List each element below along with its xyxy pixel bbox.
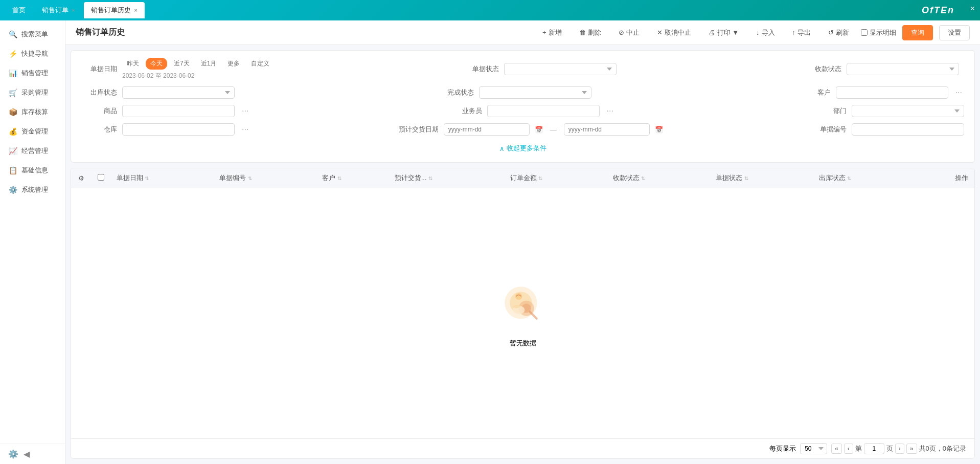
th-payment-status[interactable]: 收款状态 ⇅ [607, 168, 710, 188]
date-1month-btn[interactable]: 近1月 [196, 58, 221, 70]
sidebar-settings-button[interactable]: ⚙️ [8, 449, 18, 459]
delete-icon: 🗑 [579, 29, 586, 36]
goods-more-btn[interactable]: ··· [240, 106, 250, 116]
date-custom-btn[interactable]: 自定义 [246, 58, 274, 70]
sidebar-collapse-button[interactable]: ◀ [24, 449, 30, 459]
collapse-button[interactable]: ∧ 收起更多条件 [499, 142, 546, 155]
filter-row-4: 仓库 ··· 预计交货日期 📅 — 📅 单据编号 [81, 123, 964, 136]
export-icon: ↑ [792, 29, 796, 36]
stop-button[interactable]: ⊘ 中止 [613, 26, 645, 40]
expected-delivery-label: 预计交货日期 [399, 125, 439, 134]
calendar-to-icon[interactable]: 📅 [655, 126, 663, 134]
export-label: 导出 [797, 28, 811, 37]
sort-delivery-status-icon: ⇅ [847, 175, 851, 181]
date-yesterday-btn[interactable]: 昨天 [122, 58, 144, 70]
sidebar-item-system-mgmt[interactable]: ⚙️ 系统管理 [0, 180, 65, 200]
dept-label: 部门 [811, 106, 847, 116]
sidebar-item-inventory-calc[interactable]: 📦 库存核算 [0, 102, 65, 122]
first-page-button[interactable]: « [831, 444, 842, 454]
per-page-select[interactable]: 50 10 20 100 [800, 443, 827, 454]
salesperson-more-btn[interactable]: ··· [605, 106, 616, 116]
page-number-input[interactable] [864, 443, 884, 454]
dept-select[interactable] [852, 105, 964, 117]
table-settings-icon[interactable]: ⚙ [78, 174, 84, 182]
date-more-btn[interactable]: 更多 [223, 58, 244, 70]
tab-sales-order-close[interactable]: × [72, 7, 75, 13]
date-filter-group: 昨天 今天 近7天 近1月 更多 自定义 2023-06-02 至 2023-0… [122, 58, 274, 80]
date-7days-btn[interactable]: 近7天 [169, 58, 194, 70]
customer-input[interactable] [836, 86, 948, 99]
calendar-from-icon[interactable]: 📅 [535, 126, 543, 134]
warehouse-input[interactable] [122, 123, 235, 136]
display-detail-checkbox[interactable] [861, 29, 868, 36]
next-page-button[interactable]: › [895, 444, 904, 454]
sidebar-item-basic-info[interactable]: 📋 基础信息 [0, 161, 65, 180]
th-customer[interactable]: 客户 ⇅ [316, 168, 388, 188]
th-settings[interactable]: ⚙ [71, 168, 92, 188]
sidebar-item-search-menu[interactable]: 🔍 搜索菜单 [0, 25, 65, 44]
sidebar-item-quick-nav[interactable]: ⚡ 快捷导航 [0, 44, 65, 63]
select-all-checkbox[interactable] [98, 174, 104, 181]
cancel-stop-button[interactable]: ✕ 取消中止 [651, 26, 697, 40]
last-page-button[interactable]: » [906, 444, 917, 454]
date-separator: — [548, 126, 559, 134]
collapse-label: 收起更多条件 [507, 144, 546, 153]
sidebar-item-quick-nav-label: 快捷导航 [21, 49, 48, 58]
order-status-select[interactable] [504, 63, 617, 75]
prev-page-button[interactable]: ‹ [844, 444, 853, 454]
content-area: 销售订单历史 + 新增 🗑 删除 ⊘ 中止 ✕ 取消中止 🖨 打印 ▼ [65, 20, 980, 464]
th-delivery-status[interactable]: 出库状态 ⇅ [813, 168, 916, 188]
th-number[interactable]: 单据编号 ⇅ [213, 168, 316, 188]
total-records: 共0页，0条记录 [919, 444, 966, 453]
search-menu-icon: 🔍 [8, 30, 17, 39]
filter-row-2: 出库状态 完成状态 客户 ··· [81, 86, 964, 99]
top-bar: 首页 销售订单 × 销售订单历史 × OfTEn × [0, 0, 980, 20]
warehouse-more-btn[interactable]: ··· [240, 125, 250, 134]
sort-order-status-icon: ⇅ [744, 175, 748, 181]
sidebar-item-sales-mgmt[interactable]: 📊 销售管理 [0, 63, 65, 83]
print-button[interactable]: 🖨 打印 ▼ [703, 26, 744, 40]
add-button[interactable]: + 新增 [537, 26, 567, 40]
import-button[interactable]: ↓ 导入 [750, 26, 781, 40]
delivery-status-label: 出库状态 [81, 88, 117, 97]
tab-sales-order-label: 销售订单 [42, 6, 69, 15]
sales-mgmt-icon: 📊 [8, 69, 17, 78]
delete-button[interactable]: 🗑 删除 [574, 26, 607, 40]
export-button[interactable]: ↑ 导出 [787, 26, 817, 40]
sort-number-icon: ⇅ [248, 175, 252, 181]
th-date[interactable]: 单据日期 ⇅ [110, 168, 213, 188]
completion-status-select[interactable] [479, 86, 591, 99]
sidebar-item-purchase-mgmt[interactable]: 🛒 采购管理 [0, 83, 65, 102]
goods-input[interactable] [122, 105, 235, 117]
tab-home[interactable]: 首页 [5, 2, 33, 18]
sort-customer-icon: ⇅ [337, 175, 341, 181]
date-today-btn[interactable]: 今天 [146, 58, 167, 70]
th-checkbox[interactable] [92, 168, 110, 188]
salesperson-input[interactable] [487, 105, 600, 117]
sidebar-item-operations-mgmt[interactable]: 📈 经营管理 [0, 141, 65, 161]
expected-delivery-from[interactable] [444, 123, 530, 136]
sidebar-item-funds-mgmt[interactable]: 💰 资金管理 [0, 122, 65, 141]
th-order-status[interactable]: 单据状态 ⇅ [710, 168, 812, 188]
window-close-button[interactable]: × [970, 4, 975, 13]
data-table: ⚙ 单据日期 ⇅ 单据编号 ⇅ [71, 168, 974, 188]
order-number-input[interactable] [852, 123, 964, 136]
customer-more-btn[interactable]: ··· [953, 88, 964, 97]
sort-amount-icon: ⇅ [538, 175, 542, 181]
tab-sales-order[interactable]: 销售订单 × [35, 2, 82, 18]
tab-sales-order-history[interactable]: 销售订单历史 × [84, 2, 144, 18]
expected-delivery-to[interactable] [564, 123, 650, 136]
query-button[interactable]: 查询 [902, 25, 933, 40]
delivery-status-select[interactable] [122, 86, 235, 99]
display-detail-checkbox-label[interactable]: 显示明细 [861, 28, 896, 37]
collapse-up-icon: ∧ [499, 145, 505, 152]
refresh-button[interactable]: ↺ 刷新 [823, 26, 855, 40]
th-delivery[interactable]: 预计交货... ⇅ [389, 168, 504, 188]
salesperson-label: 业务员 [446, 106, 482, 116]
tab-sales-order-history-close[interactable]: × [134, 7, 137, 13]
settings-button[interactable]: 设置 [939, 25, 970, 40]
payment-status-select[interactable] [847, 63, 959, 75]
cancel-stop-icon: ✕ [657, 29, 663, 36]
th-amount[interactable]: 订单金额 ⇅ [504, 168, 607, 188]
sidebar-item-search-menu-label: 搜索菜单 [21, 30, 48, 39]
